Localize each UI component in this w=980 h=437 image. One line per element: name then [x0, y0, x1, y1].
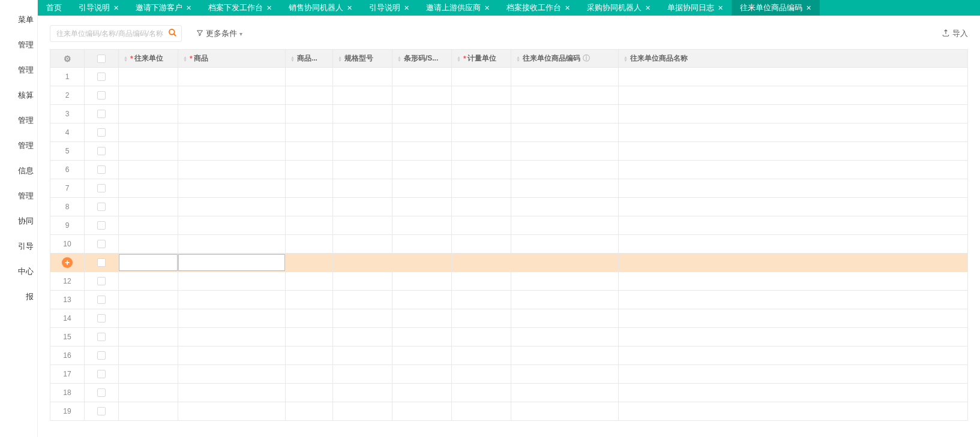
table-row[interactable]: 8	[50, 198, 967, 216]
cell-input-prod[interactable]	[178, 254, 285, 271]
table-row[interactable]: 10	[50, 235, 967, 254]
cell-prod	[178, 142, 286, 160]
close-icon[interactable]: ✕	[565, 4, 570, 12]
export-button[interactable]: 导入	[942, 28, 968, 39]
close-icon[interactable]: ✕	[113, 4, 119, 12]
checkbox[interactable]	[97, 110, 106, 118]
table-row[interactable]: 5	[50, 142, 967, 161]
col-product-class[interactable]: ▲▼商品...	[286, 50, 333, 67]
checkbox[interactable]	[97, 296, 106, 304]
table-row[interactable]: 3	[50, 105, 967, 123]
table-row[interactable]: 7	[50, 179, 967, 198]
sidebar-item-2[interactable]: 管理	[0, 58, 37, 83]
sidebar-item-3[interactable]: 核算	[0, 83, 37, 108]
checkbox[interactable]	[97, 165, 106, 174]
checkbox[interactable]	[97, 258, 106, 267]
sidebar-item-0[interactable]: 菜单	[0, 7, 37, 32]
tab-6[interactable]: 邀请上游供应商✕	[418, 0, 498, 16]
tab-1[interactable]: 引导说明✕	[70, 0, 127, 16]
table-row[interactable]: 17	[50, 365, 967, 384]
close-icon[interactable]: ✕	[266, 4, 272, 12]
checkbox[interactable]	[97, 277, 106, 285]
cell-spec	[333, 235, 392, 253]
sidebar-item-4[interactable]: 管理	[0, 108, 37, 133]
checkbox[interactable]	[97, 221, 106, 230]
tab-7[interactable]: 档案接收工作台✕	[498, 0, 579, 16]
cell-gear: 3	[50, 105, 85, 123]
checkbox[interactable]	[97, 147, 106, 155]
sidebar-item-10[interactable]: 中心	[0, 259, 37, 284]
sidebar-item-6[interactable]: 信息	[0, 158, 37, 183]
table-row[interactable]: +	[50, 254, 967, 272]
col-spec[interactable]: ▲▼规格型号	[333, 50, 392, 67]
checkbox[interactable]	[97, 388, 106, 397]
table-row[interactable]: 15	[50, 328, 967, 346]
row-number: 16	[63, 351, 71, 360]
tab-10[interactable]: 往来单位商品编码✕	[732, 0, 820, 16]
col-uom[interactable]: ▲▼*计量单位	[452, 50, 511, 67]
close-icon[interactable]: ✕	[484, 4, 490, 12]
checkbox[interactable]	[97, 55, 106, 63]
col-unit-product-code[interactable]: ▲▼往来单位商品编码ⓘ	[511, 50, 619, 67]
checkbox[interactable]	[97, 91, 106, 100]
col-barcode[interactable]: ▲▼条形码/S...	[392, 50, 452, 67]
checkbox[interactable]	[97, 240, 106, 248]
close-icon[interactable]: ✕	[645, 4, 651, 12]
close-icon[interactable]: ✕	[718, 4, 723, 12]
checkbox[interactable]	[97, 314, 106, 323]
tab-0[interactable]: 首页	[38, 0, 70, 16]
tab-2[interactable]: 邀请下游客户✕	[127, 0, 200, 16]
sidebar-item-8[interactable]: 协同	[0, 209, 37, 234]
cell-input-unit[interactable]	[119, 254, 178, 271]
tab-3[interactable]: 档案下发工作台✕	[200, 0, 280, 16]
table-row[interactable]: 19	[50, 402, 967, 421]
checkbox[interactable]	[97, 203, 106, 211]
sidebar-item-5[interactable]: 管理	[0, 133, 37, 158]
table-row[interactable]: 9	[50, 216, 967, 235]
cell-name	[619, 142, 967, 160]
tab-4[interactable]: 销售协同机器人✕	[280, 0, 361, 16]
cell-spec	[333, 309, 392, 327]
checkbox[interactable]	[97, 407, 106, 415]
cell-gear: 16	[50, 346, 85, 364]
table-row[interactable]: 18	[50, 384, 967, 402]
tab-9[interactable]: 单据协同日志✕	[659, 0, 732, 16]
checkbox[interactable]	[97, 370, 106, 378]
table-row[interactable]: 13	[50, 291, 967, 309]
col-product[interactable]: ▲▼*商品	[178, 50, 286, 67]
table-row[interactable]: 16	[50, 346, 967, 365]
table-row[interactable]: 1	[50, 68, 967, 86]
col-checkbox-all[interactable]	[85, 50, 119, 67]
more-conditions[interactable]: 更多条件 ▾	[196, 28, 242, 39]
add-row-button[interactable]: +	[62, 257, 73, 268]
col-unit-product-name[interactable]: ▲▼往来单位商品名称	[619, 50, 967, 67]
checkbox[interactable]	[97, 333, 106, 341]
checkbox[interactable]	[97, 73, 106, 81]
table-row[interactable]: 4	[50, 123, 967, 142]
close-icon[interactable]: ✕	[806, 4, 811, 12]
search-input[interactable]	[50, 25, 182, 42]
tab-5[interactable]: 引导说明✕	[361, 0, 418, 16]
sidebar-item-7[interactable]: 管理	[0, 183, 37, 209]
col-unit[interactable]: ▲▼*往来单位	[119, 50, 178, 67]
checkbox[interactable]	[97, 184, 106, 192]
cell-gear: 5	[50, 142, 85, 160]
checkbox[interactable]	[97, 128, 106, 137]
table-row[interactable]: 12	[50, 272, 967, 291]
col-settings[interactable]: ⚙	[50, 50, 85, 67]
table-row[interactable]: 6	[50, 161, 967, 179]
search-icon[interactable]	[168, 28, 177, 39]
close-icon[interactable]: ✕	[404, 4, 409, 12]
tab-8[interactable]: 采购协同机器人✕	[579, 0, 659, 16]
table-row[interactable]: 2	[50, 86, 967, 105]
close-icon[interactable]: ✕	[347, 4, 352, 12]
sidebar-item-11[interactable]: 报	[0, 284, 37, 309]
checkbox[interactable]	[97, 351, 106, 360]
sidebar-item-1[interactable]: 管理	[0, 32, 37, 58]
sidebar-item-9[interactable]: 引导	[0, 234, 37, 259]
cell-gear: 9	[50, 216, 85, 234]
help-icon[interactable]: ⓘ	[583, 53, 590, 64]
close-icon[interactable]: ✕	[186, 4, 191, 12]
table-row[interactable]: 14	[50, 309, 967, 328]
cell-chk	[85, 309, 119, 327]
